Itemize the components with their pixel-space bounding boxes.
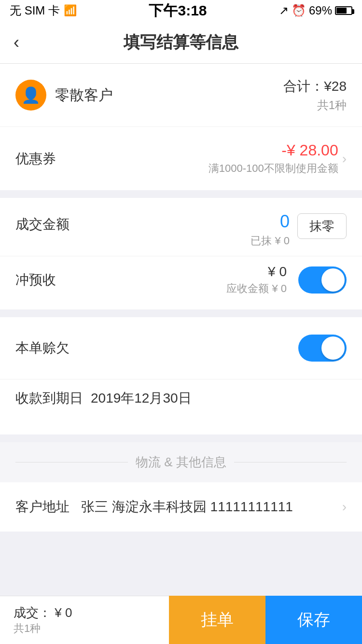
transaction-value: 0	[251, 211, 290, 232]
due-date-row: 收款到期日 2019年12月30日	[0, 379, 362, 434]
alarm-icon: ⏰	[292, 4, 306, 17]
bottom-transaction-value: ¥ 0	[55, 605, 72, 620]
coupon-row[interactable]: 优惠券 -¥ 28.00 满1000-100不限制使用金额 ›	[0, 126, 362, 190]
coupon-desc: 满1000-100不限制使用金额	[209, 161, 338, 176]
address-arrow-icon: ›	[342, 499, 347, 515]
address-label: 客户地址	[15, 498, 70, 516]
customer-name: 零散客户	[55, 85, 113, 105]
transaction-label: 成交金额	[15, 211, 70, 234]
logistics-label: 物流 & 其他信息	[136, 454, 226, 471]
status-bar: 无 SIM 卡 📶 下午3:18 ↗ ⏰ 69%	[0, 0, 362, 21]
carrier-label: 无 SIM 卡	[10, 3, 60, 18]
transaction-right: 0 已抹 ¥ 0 抹零	[251, 211, 347, 248]
bottom-transaction-label: 成交：	[14, 605, 51, 620]
transaction-amount-block: 0 已抹 ¥ 0	[251, 211, 290, 248]
address-section: 客户地址 张三 海淀永丰科技园 11111111111 ›	[0, 482, 362, 532]
back-button[interactable]: ‹	[14, 32, 19, 53]
total-amount: 合计：¥28	[283, 77, 347, 96]
transaction-row: 成交金额 0 已抹 ¥ 0 抹零	[0, 198, 362, 256]
status-left: 无 SIM 卡 📶	[10, 3, 77, 18]
avatar-icon: 👤	[21, 86, 41, 104]
debit-label: 本单赊欠	[15, 339, 70, 357]
logistics-line-left	[15, 462, 128, 462]
hold-button[interactable]: 挂单	[169, 596, 265, 644]
save-button-label: 保存	[297, 609, 330, 631]
bottom-info: 成交： ¥ 0 共1种	[0, 596, 169, 644]
logistics-line-right	[234, 462, 347, 462]
page-spacer	[0, 539, 362, 588]
customer-row: 👤 零散客户 合计：¥28 共1种	[0, 64, 362, 126]
bottom-bar: 成交： ¥ 0 共1种 挂单 保存	[0, 596, 362, 644]
due-date-value: 2019年12月30日	[91, 389, 192, 407]
prepay-main: ¥ 0	[226, 264, 287, 280]
page-title: 填写结算等信息	[124, 31, 238, 54]
prepay-row: 冲预收 ¥ 0 应收金额 ¥ 0	[0, 256, 362, 309]
debit-toggle-thumb	[321, 336, 345, 360]
prepay-right: ¥ 0 应收金额 ¥ 0	[226, 264, 347, 296]
transaction-section: 成交金额 0 已抹 ¥ 0 抹零 冲预收 ¥ 0 应收金额 ¥ 0	[0, 198, 362, 309]
customer-section: 👤 零散客户 合计：¥28 共1种 优惠券 -¥ 28.00 满1000-100…	[0, 64, 362, 190]
debit-toggle[interactable]	[298, 335, 347, 362]
save-button[interactable]: 保存	[265, 596, 362, 644]
toggle-thumb	[321, 268, 345, 292]
debit-section: 本单赊欠 收款到期日 2019年12月30日	[0, 317, 362, 434]
battery-icon	[335, 6, 352, 15]
prepay-label: 冲预收	[15, 271, 56, 289]
location-icon: ↗	[279, 4, 289, 17]
status-right: ↗ ⏰ 69%	[279, 4, 352, 17]
nav-bar: ‹ 填写结算等信息	[0, 21, 362, 64]
battery-percent: 69%	[309, 4, 332, 17]
coupon-label: 优惠券	[15, 150, 56, 168]
wifi-icon: 📶	[64, 4, 77, 17]
prepay-amounts: ¥ 0 应收金额 ¥ 0	[226, 264, 287, 296]
avatar: 👤	[15, 80, 46, 111]
prepay-toggle[interactable]	[298, 266, 347, 294]
logistics-divider: 物流 & 其他信息	[0, 442, 362, 482]
coupon-amount: -¥ 28.00	[209, 141, 338, 159]
status-time: 下午3:18	[149, 1, 207, 21]
transaction-sub: 已抹 ¥ 0	[251, 234, 290, 248]
bottom-transaction: 成交： ¥ 0	[14, 604, 155, 621]
address-row[interactable]: 客户地址 张三 海淀永丰科技园 11111111111 ›	[0, 482, 362, 532]
bottom-count: 共1种	[14, 621, 155, 636]
hold-button-label: 挂单	[201, 609, 234, 631]
customer-left: 👤 零散客户	[15, 80, 113, 111]
total-count: 共1种	[283, 98, 347, 113]
round-button[interactable]: 抹零	[297, 213, 347, 239]
coupon-right: -¥ 28.00 满1000-100不限制使用金额 ›	[209, 141, 347, 176]
prepay-sub: 应收金额 ¥ 0	[226, 281, 287, 296]
due-date-label: 收款到期日	[15, 389, 83, 407]
customer-total: 合计：¥28 共1种	[283, 77, 347, 113]
coupon-arrow-icon: ›	[342, 151, 347, 167]
address-value: 张三 海淀永丰科技园 11111111111	[81, 498, 342, 516]
debit-row: 本单赊欠	[0, 317, 362, 379]
